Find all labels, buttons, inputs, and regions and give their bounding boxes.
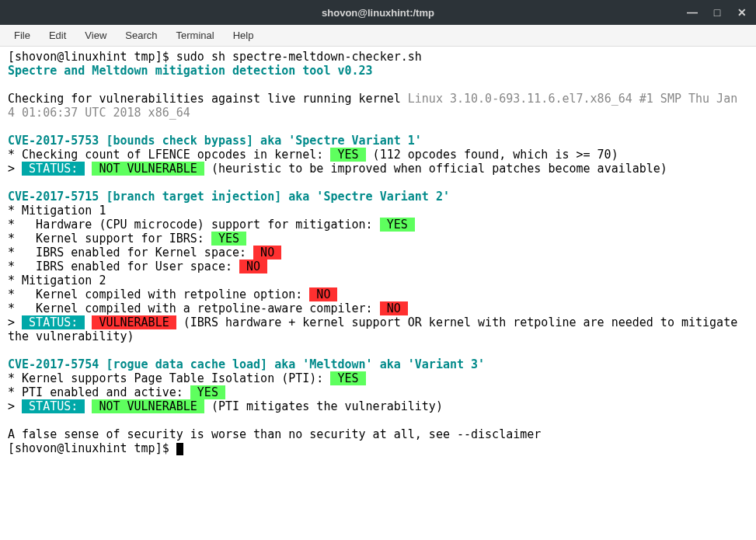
status-arrow: > — [8, 315, 22, 329]
no-badge: NO — [380, 301, 408, 315]
yes-badge: YES — [330, 371, 365, 385]
cve2-ibrs-user: * IBRS enabled for User space: — [8, 260, 239, 273]
cve1-check: * Checking count of LFENCE opcodes in ke… — [8, 148, 330, 162]
not-vulnerable-badge: NOT VULNERABLE — [92, 162, 204, 176]
status-label: STATUS: — [22, 162, 85, 176]
not-vulnerable-badge: NOT VULNERABLE — [92, 399, 204, 413]
prompt: [shovon@linuxhint tmp]$ — [8, 441, 176, 455]
yes-badge: YES — [190, 385, 225, 399]
cve2-ibrs-kern: * IBRS enabled for Kernel space: — [8, 246, 253, 260]
menu-terminal[interactable]: Terminal — [169, 27, 222, 44]
checking-text: Checking for vulnerabilities against liv… — [8, 92, 408, 106]
menu-file[interactable]: File — [6, 27, 38, 44]
titlebar: shovon@linuxhint:/tmp — □ ✕ — [0, 0, 756, 25]
tool-header: Spectre and Meltdown mitigation detectio… — [8, 64, 373, 78]
terminal-output[interactable]: [shovon@linuxhint tmp]$ sudo sh spectre-… — [0, 47, 756, 458]
cve2-title: CVE-2017-5715 [branch target injection] … — [8, 190, 450, 204]
status-label: STATUS: — [22, 399, 85, 413]
menubar: File Edit View Search Terminal Help — [0, 25, 756, 47]
no-badge: NO — [253, 246, 281, 260]
no-badge: NO — [309, 287, 337, 301]
status-label: STATUS: — [22, 315, 85, 329]
cve1-title: CVE-2017-5753 [bounds check bypass] aka … — [8, 134, 422, 148]
prompt: [shovon@linuxhint tmp]$ — [8, 50, 176, 64]
vulnerable-badge: VULNERABLE — [92, 315, 176, 329]
cve2-retpo-aware: * Kernel compiled with a retpoline-aware… — [8, 301, 380, 315]
cve1-check-suffix: (112 opcodes found, which is >= 70) — [366, 148, 618, 162]
maximize-icon[interactable]: □ — [709, 5, 725, 20]
yes-badge: YES — [330, 148, 365, 162]
cursor-icon — [176, 443, 183, 455]
cve3-pti: * Kernel supports Page Table Isolation (… — [8, 371, 330, 385]
cve2-hw: * Hardware (CPU microcode) support for m… — [8, 218, 380, 232]
minimize-icon[interactable]: — — [685, 5, 700, 20]
cve1-status-suffix: (heuristic to be improved when official … — [204, 162, 667, 176]
menu-search[interactable]: Search — [117, 27, 165, 44]
cve2-mit1: * Mitigation 1 — [8, 204, 106, 218]
no-badge: NO — [239, 260, 267, 273]
cve3-status-suffix: (PTI mitigates the vulnerability) — [204, 399, 443, 413]
menu-help[interactable]: Help — [225, 27, 262, 44]
cve3-title: CVE-2017-5754 [rogue data cache load] ak… — [8, 357, 485, 371]
cve2-mit2: * Mitigation 2 — [8, 273, 106, 287]
window-controls: — □ ✕ — [685, 5, 750, 20]
cve2-retpo: * Kernel compiled with retpoline option: — [8, 287, 309, 301]
yes-badge: YES — [211, 232, 246, 246]
close-icon[interactable]: ✕ — [734, 5, 750, 20]
yes-badge: YES — [380, 218, 415, 232]
menu-edit[interactable]: Edit — [41, 27, 74, 44]
menu-view[interactable]: View — [77, 27, 114, 44]
disclaimer-text: A false sense of security is worse than … — [8, 427, 541, 441]
status-arrow: > — [8, 399, 22, 413]
status-arrow: > — [8, 162, 22, 176]
cve3-pti-active: * PTI enabled and active: — [8, 385, 190, 399]
cve2-ibrs: * Kernel support for IBRS: — [8, 232, 211, 246]
window-title: shovon@linuxhint:/tmp — [322, 7, 434, 19]
command: sudo sh spectre-meltdown-checker.sh — [176, 50, 422, 64]
